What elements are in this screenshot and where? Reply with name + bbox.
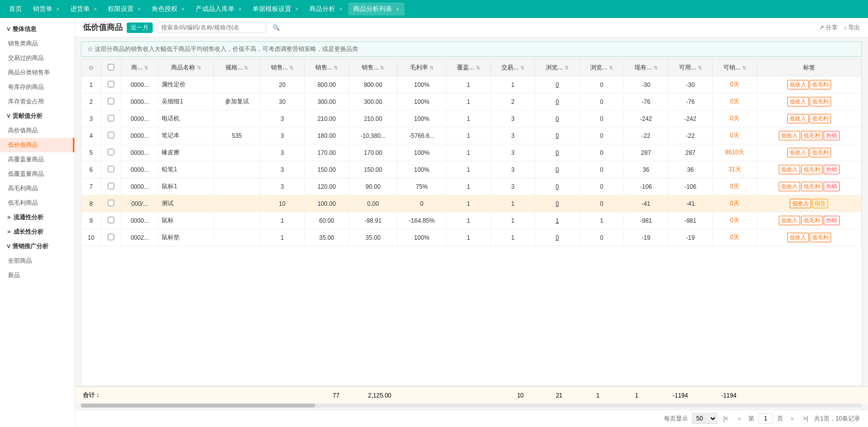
row-checkbox-3[interactable]: [108, 115, 114, 121]
cell-checkbox-10[interactable]: [101, 229, 121, 246]
cell-views1-6[interactable]: 0: [535, 161, 580, 178]
sidebar-item-low-value[interactable]: 低价值商品: [0, 138, 74, 152]
row-checkbox-5[interactable]: [108, 149, 114, 155]
select-all-checkbox[interactable]: [108, 64, 114, 70]
nav-sales-order[interactable]: 销货单 ×: [28, 2, 64, 15]
cell-checkbox-9[interactable]: [101, 212, 121, 229]
cell-name-5[interactable]: 橡皮擦: [159, 144, 214, 161]
nav-product-storage[interactable]: 产成品入库单 ×: [191, 2, 246, 15]
sidebar-item-high-margin[interactable]: 高毛利商品: [0, 181, 74, 196]
nav-product-analysis[interactable]: 商品分析 ×: [304, 2, 347, 15]
sidebar-item-high-value[interactable]: 高价值商品: [0, 123, 74, 138]
row-checkbox-10[interactable]: [108, 234, 114, 240]
horizontal-scrollbar[interactable]: [81, 404, 862, 408]
nav-template-setting[interactable]: 单据模板设置 ×: [247, 2, 303, 15]
page-number-input[interactable]: [758, 414, 773, 424]
cell-views1-8[interactable]: 0: [535, 195, 580, 212]
th-gross-margin[interactable]: 毛利率 ⇅: [397, 59, 446, 76]
per-page-select[interactable]: 50 100 200: [692, 413, 717, 424]
cell-views1-10[interactable]: 0: [535, 229, 580, 246]
th-saleable[interactable]: 可销... ⇅: [712, 59, 757, 76]
search-icon[interactable]: 🔍: [272, 24, 280, 31]
nav-permission[interactable]: 权限设置 ×: [103, 2, 146, 15]
cell-checkbox-1[interactable]: [101, 76, 121, 93]
last-page-btn[interactable]: >|: [801, 414, 810, 423]
th-views1[interactable]: 浏览... ⇅: [535, 59, 580, 76]
share-button[interactable]: ↗ 分享: [819, 23, 838, 32]
th-name[interactable]: 商品名称 ⇅: [159, 59, 214, 76]
cell-name-8[interactable]: 测试: [159, 195, 214, 212]
cell-checkbox-8[interactable]: [101, 195, 121, 212]
th-sales2[interactable]: 销售... ⇅: [349, 59, 397, 76]
export-button[interactable]: ↓ 导出: [844, 23, 860, 32]
th-transactions[interactable]: 交易... ⇅: [491, 59, 535, 76]
cell-name-10[interactable]: 鼠标垫: [159, 229, 214, 246]
cell-checkbox-2[interactable]: [101, 93, 121, 110]
cell-checkbox-3[interactable]: [101, 110, 121, 127]
cell-views1-1[interactable]: 0: [535, 76, 580, 93]
cell-checkbox-4[interactable]: [101, 127, 121, 144]
row-checkbox-2[interactable]: [108, 98, 114, 104]
row-checkbox-7[interactable]: [108, 183, 114, 189]
row-checkbox-1[interactable]: [108, 81, 114, 87]
sidebar-item-low-margin[interactable]: 低毛利商品: [0, 196, 74, 210]
cell-checkbox-5[interactable]: [101, 144, 121, 161]
sidebar-item-sales-products[interactable]: 销售类商品: [0, 36, 74, 51]
cell-views1-2[interactable]: 0: [535, 93, 580, 110]
search-input[interactable]: [157, 22, 266, 33]
first-page-btn[interactable]: |<: [721, 414, 730, 423]
cell-name-9[interactable]: 鼠标: [159, 212, 214, 229]
filter-tag-recent-month[interactable]: 近一月: [127, 22, 153, 33]
th-code[interactable]: 商... ⇅: [121, 59, 159, 76]
cell-views1-9[interactable]: 1: [535, 212, 580, 229]
th-gear[interactable]: ⚙: [81, 59, 101, 76]
th-views2[interactable]: 浏览... ⇅: [580, 59, 624, 76]
sidebar-item-new-products[interactable]: 新品: [0, 268, 74, 283]
cell-name-4[interactable]: 笔记本: [159, 127, 214, 144]
cell-views2-9: 1: [580, 212, 624, 229]
section-title-circulation[interactable]: ＞ 流通性分析: [0, 210, 74, 225]
sidebar-item-traded-products[interactable]: 交易过的商品: [0, 51, 74, 65]
cell-name-7[interactable]: 鼠标1: [159, 178, 214, 195]
th-checkbox[interactable]: [101, 59, 121, 76]
th-current-stock[interactable]: 现有... ⇅: [624, 59, 668, 76]
cell-name-6[interactable]: 铅笔1: [159, 161, 214, 178]
next-page-btn[interactable]: ＞: [787, 414, 797, 424]
sidebar-item-category-sales-rate[interactable]: 商品分类销售率: [0, 65, 74, 80]
th-spec[interactable]: 规格... ⇅: [214, 59, 260, 76]
nav-purchase-order[interactable]: 进货单 ×: [65, 2, 102, 15]
section-title-growth[interactable]: ＞ 成长性分析: [0, 225, 74, 239]
th-sales1[interactable]: 销售... ⇅: [304, 59, 349, 76]
cell-views1-4[interactable]: 0: [535, 127, 580, 144]
sidebar-item-all-products[interactable]: 全部商品: [0, 254, 74, 268]
sidebar-item-stock-products[interactable]: 有库存的商品: [0, 80, 74, 94]
row-checkbox-6[interactable]: [108, 166, 114, 172]
th-available[interactable]: 可用... ⇅: [668, 59, 712, 76]
cell-views1-7[interactable]: 0: [535, 178, 580, 195]
cell-code-8: 000/...: [121, 195, 159, 212]
cell-views1-5[interactable]: 0: [535, 144, 580, 161]
cell-name-3[interactable]: 电话机: [159, 110, 214, 127]
cell-checkbox-6[interactable]: [101, 161, 121, 178]
nav-home[interactable]: 首页: [4, 2, 27, 15]
scroll-thumb[interactable]: [81, 404, 315, 408]
th-qty[interactable]: 销售... ⇅: [260, 59, 304, 76]
sidebar-item-high-coverage[interactable]: 高覆盖量商品: [0, 152, 74, 167]
section-title-marketing[interactable]: ∨ 营销推广分析: [0, 239, 74, 254]
nav-role-auth[interactable]: 角色授权 ×: [147, 2, 190, 15]
row-checkbox-4[interactable]: [108, 132, 114, 138]
cell-name-2[interactable]: 吴细细1: [159, 93, 214, 110]
section-title-overall[interactable]: ∨ 整体信息: [0, 22, 74, 36]
sidebar-item-stock-capital[interactable]: 库存资金占用: [0, 94, 74, 109]
row-checkbox-8[interactable]: [108, 200, 114, 206]
section-title-contribution[interactable]: ∨ 贡献值分析: [0, 109, 74, 123]
prev-page-btn[interactable]: ＜: [734, 414, 744, 424]
nav-product-analysis-list[interactable]: 商品分析列表 ×: [348, 2, 404, 15]
cell-sales1-5: 170.00: [304, 144, 349, 161]
th-coverage[interactable]: 覆盖... ⇅: [446, 59, 491, 76]
cell-views1-3[interactable]: 0: [535, 110, 580, 127]
row-checkbox-9[interactable]: [108, 217, 114, 223]
cell-name-1[interactable]: 属性定价: [159, 76, 214, 93]
sidebar-item-low-coverage[interactable]: 低覆盖量商品: [0, 167, 74, 181]
cell-checkbox-7[interactable]: [101, 178, 121, 195]
